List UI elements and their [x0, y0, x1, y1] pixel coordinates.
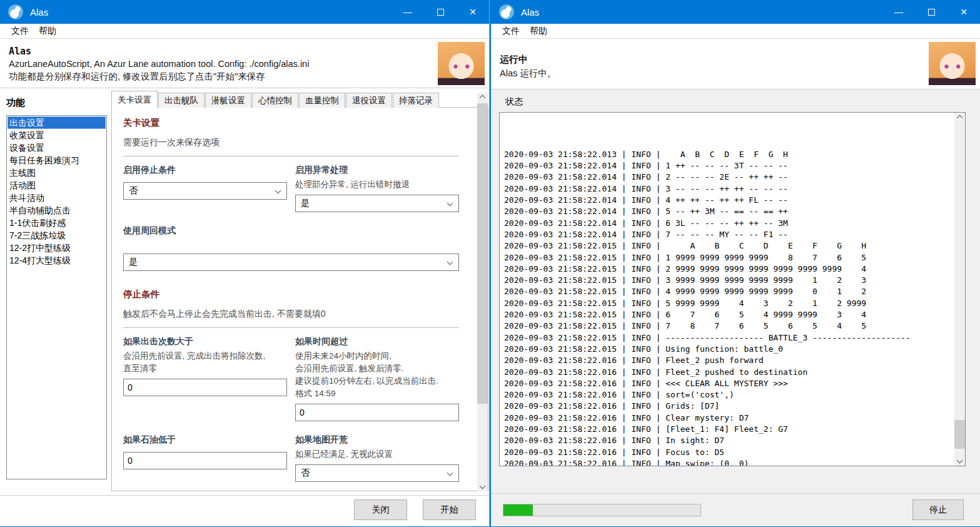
log-scrollbar[interactable] [954, 113, 965, 466]
scrollbar-thumb[interactable] [954, 420, 965, 449]
stop-enable-select[interactable]: 否 [123, 182, 287, 200]
list-item[interactable]: 主线图 [8, 166, 106, 179]
if-count-input[interactable] [123, 379, 287, 396]
scroll-up-icon[interactable] [477, 93, 488, 103]
log-line: 2020-09-03 21:58:22.015 | INFO | 3 9999 … [504, 275, 965, 286]
tab[interactable]: 潜艇设置 [205, 93, 251, 108]
progress-bar [503, 504, 701, 516]
form-cell: 如果出击次数大于 会沿用先前设置, 完成出击将扣除次数, 直至清零 [123, 336, 287, 421]
log-lines: 2020-09-03 21:58:22.013 | INFO | A B C D… [500, 113, 965, 466]
log-line: 2020-09-03 21:58:22.015 | INFO | 2 9999 … [504, 264, 965, 275]
form-cell: 启用停止条件 否 [123, 165, 287, 212]
log-line: 2020-09-03 21:58:22.016 | INFO | Fleet_2… [504, 367, 965, 378]
log-line: 2020-09-03 21:58:22.015 | INFO | -------… [504, 332, 965, 344]
maximize-icon [437, 9, 444, 16]
log-line: 2020-09-03 21:58:22.015 | INFO | Using f… [504, 344, 965, 355]
maximize-button[interactable] [915, 0, 947, 24]
menu-bar: 文件帮助 [491, 24, 980, 39]
if-time-input[interactable] [295, 404, 459, 421]
section-title-stage-settings: 关卡设置 [123, 117, 459, 129]
form-scrollbar[interactable] [477, 93, 488, 491]
form-row: 如果石油低于 如果地图开荒 如果已经满足, 无视此设置 否 [123, 434, 459, 482]
app-hint: 功能都是分别保存和运行的, 修改设置后别忘了点击"开始"来保存 [9, 71, 489, 83]
menu-item[interactable]: 文件 [497, 26, 525, 37]
sidebar-heading: 功能 [6, 97, 25, 109]
titlebar[interactable]: Alas — ✕ [0, 0, 489, 24]
app-title: Alas [9, 46, 489, 57]
close-button[interactable]: ✕ [947, 0, 980, 24]
alas-logo-icon [8, 4, 23, 19]
log-line: 2020-09-03 21:58:22.016 | INFO | Focus t… [504, 447, 965, 458]
form-row: 如果出击次数大于 会沿用先前设置, 完成出击将扣除次数, 直至清零 如果时间超过… [123, 336, 459, 421]
log-line: 2020-09-03 21:58:22.016 | INFO | Fleet_2… [504, 355, 965, 366]
close-app-button[interactable]: 关闭 [354, 499, 407, 520]
tab-bar: 关卡设置出击舰队潜艇设置心情控制血量控制退役设置掉落记录 [111, 93, 440, 108]
menu-item[interactable]: 文件 [6, 26, 34, 37]
titlebar[interactable]: Alas — ✕ [491, 0, 980, 24]
function-listbox: 出击设置收菜设置设备设置每日任务困难演习主线图活动图共斗活动半自动辅助点击1-1… [6, 115, 107, 479]
log-line: 2020-09-03 21:58:22.014 | INFO | 4 ++ ++… [504, 195, 965, 206]
log-line: 2020-09-03 21:58:22.014 | INFO | 3 -- --… [504, 183, 965, 195]
tab[interactable]: 退役设置 [346, 93, 392, 108]
list-item[interactable]: 出击设置 [8, 116, 106, 129]
close-button[interactable]: ✕ [457, 0, 489, 24]
list-item[interactable]: 每日任务困难演习 [8, 154, 106, 166]
list-item[interactable]: 7-2三战拣垃圾 [8, 229, 106, 242]
minimize-button[interactable]: — [882, 0, 915, 24]
maximize-button[interactable] [424, 0, 457, 24]
start-button[interactable]: 开始 [423, 499, 476, 520]
minimize-button[interactable]: — [391, 0, 424, 24]
log-line: 2020-09-03 21:58:22.016 | INFO | <<< CLE… [504, 378, 965, 389]
list-item[interactable]: 12-2打中型练级 [8, 242, 106, 254]
form-row: 启用停止条件 否 启用异常处理 处理部分异常, 运行出错时撤退 是 [123, 165, 459, 212]
log-line: 2020-09-03 21:58:22.015 | INFO | 5 9999 … [504, 298, 965, 309]
avatar [929, 42, 976, 85]
alas-logo-icon [499, 4, 514, 19]
list-item[interactable]: 1-1伏击刷好感 [8, 217, 106, 229]
select-value: 否 [301, 468, 310, 479]
tab[interactable]: 心情控制 [252, 93, 298, 108]
tab[interactable]: 出击舰队 [158, 93, 205, 108]
runtime-status-line: Alas 运行中。 [500, 68, 980, 79]
log-line: 2020-09-03 21:58:22.016 | INFO | Map swi… [504, 458, 965, 466]
list-item[interactable]: 12-4打大型练级 [8, 254, 106, 267]
list-item[interactable]: 设备设置 [8, 141, 106, 154]
log-line: 2020-09-03 21:58:22.013 | INFO | A B C D… [504, 149, 965, 160]
form-cell: 如果时间超过 使用未来24小时内的时间, 会沿用先前设置, 触发后清零. 建议提… [295, 336, 459, 421]
log-line: 2020-09-03 21:58:22.016 | INFO | sort=('… [504, 389, 965, 401]
field-description: 如果已经满足, 无视此设置 [295, 448, 459, 461]
list-item[interactable]: 半自动辅助点击 [8, 204, 106, 217]
stop-button[interactable]: 停止 [912, 499, 964, 520]
tab[interactable]: 掉落记录 [393, 93, 439, 108]
chevron-down-icon [275, 188, 281, 194]
divider [123, 156, 459, 156]
loop-mode-select[interactable]: 是 [123, 253, 459, 271]
list-item[interactable]: 共斗活动 [8, 192, 106, 204]
log-console[interactable]: 2020-09-03 21:58:22.013 | INFO | A B C D… [499, 112, 966, 466]
chevron-down-icon [447, 470, 453, 476]
scrollbar-thumb[interactable] [477, 103, 488, 404]
exception-select[interactable]: 是 [295, 195, 459, 212]
log-line: 2020-09-03 21:58:22.014 | INFO | 2 -- --… [504, 171, 965, 183]
scroll-down-icon[interactable] [477, 481, 488, 491]
scroll-down-icon[interactable] [954, 455, 965, 466]
footer-buttons: 关闭 开始 [354, 499, 476, 520]
map-clear-select[interactable]: 否 [295, 464, 459, 482]
list-item[interactable]: 活动图 [8, 179, 106, 192]
menu-item[interactable]: 帮助 [525, 26, 552, 37]
tab[interactable]: 血量控制 [299, 93, 345, 108]
runtime-window: Alas — ✕ 文件帮助 运行中 Alas 运行中。 状态 2020-09-0… [490, 0, 980, 527]
menu-item[interactable]: 帮助 [34, 26, 61, 37]
tab[interactable]: 关卡设置 [111, 91, 158, 108]
chevron-down-icon [447, 259, 453, 265]
if-oil-input[interactable] [123, 452, 287, 469]
field-label: 使用周回模式 [123, 225, 459, 237]
scroll-up-icon[interactable] [954, 113, 965, 123]
select-value: 是 [301, 198, 310, 209]
field-description: 处理部分异常, 运行出错时撤退 [295, 178, 459, 191]
chevron-down-icon [447, 200, 453, 207]
list-item[interactable]: 收菜设置 [8, 129, 106, 141]
log-line: 2020-09-03 21:58:22.014 | INFO | 7 -- --… [504, 229, 965, 240]
log-line: 2020-09-03 21:58:22.015 | INFO | 7 8 7 6… [504, 320, 965, 332]
field-description: 会沿用先前设置, 完成出击将扣除次数, 直至清零 [123, 350, 287, 375]
